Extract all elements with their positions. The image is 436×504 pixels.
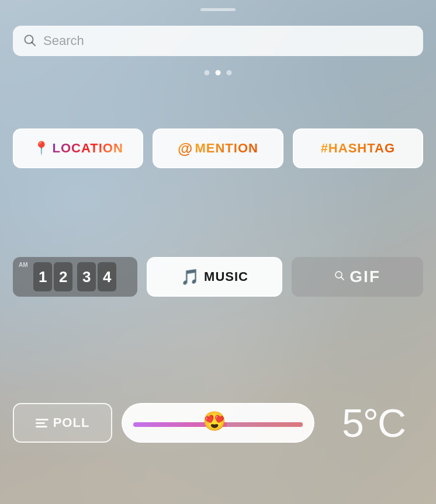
dot-2[interactable] (216, 70, 221, 75)
temperature-sticker[interactable]: 5°C (324, 400, 423, 446)
clock-digit-1: 1 (33, 262, 52, 291)
search-bar[interactable]: Search (13, 26, 423, 56)
hashtag-sticker[interactable]: #HASHTAG (293, 128, 423, 168)
clock-digit-4: 4 (98, 262, 116, 291)
page-dots (205, 70, 232, 75)
clock-digit-3: 3 (77, 262, 96, 291)
temperature-value: 5°C (342, 400, 405, 446)
search-icon (23, 34, 36, 48)
emoji-slider-sticker[interactable]: 😍 (122, 403, 314, 443)
drag-handle[interactable] (200, 8, 236, 11)
location-pin-icon: 📍 (33, 141, 49, 156)
clock-sticker[interactable]: AM 1 2 3 4 (13, 257, 137, 297)
clock-am-label: AM (19, 262, 28, 268)
music-label: MUSIC (204, 269, 248, 284)
sticker-row-2: AM 1 2 3 4 🎵 MUSIC GIF (13, 257, 423, 297)
slider-emoji: 😍 (203, 412, 226, 430)
poll-label: POLL (53, 415, 90, 430)
mention-at-symbol: @ (178, 140, 192, 158)
svg-line-3 (341, 277, 344, 280)
sticker-row-1: 📍 LOCATION @ MENTION #HASHTAG (13, 128, 423, 168)
hashtag-label: #HASHTAG (321, 141, 395, 156)
location-sticker[interactable]: 📍 LOCATION (13, 128, 143, 168)
gif-search-icon (334, 270, 345, 284)
clock-digit-2: 2 (54, 262, 72, 291)
poll-lines-icon (36, 419, 49, 427)
poll-sticker[interactable]: POLL (13, 403, 112, 443)
main-container: Search 📍 LOCATION @ MENTION #HASHTAG AM … (0, 0, 436, 504)
location-label: LOCATION (53, 141, 123, 156)
mention-label: MENTION (195, 141, 258, 156)
gif-sticker[interactable]: GIF (292, 257, 423, 297)
mention-sticker[interactable]: @ MENTION (153, 128, 283, 168)
gif-label: GIF (350, 267, 380, 286)
music-icon: 🎵 (181, 268, 199, 286)
slider-track: 😍 (133, 422, 303, 427)
dot-1[interactable] (205, 70, 210, 75)
sticker-row-3: POLL 😍 5°C (13, 400, 423, 446)
svg-line-1 (32, 42, 36, 46)
dot-3[interactable] (227, 70, 232, 75)
search-placeholder-text: Search (43, 33, 84, 48)
music-sticker[interactable]: 🎵 MUSIC (147, 257, 283, 297)
